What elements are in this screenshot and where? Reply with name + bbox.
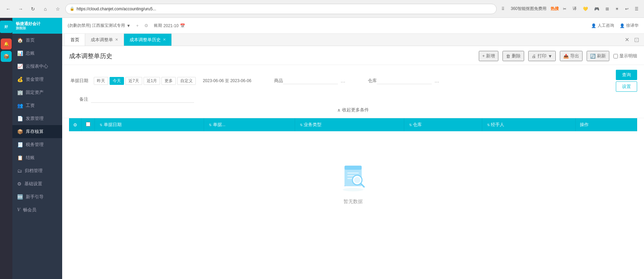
- sidebar-item-fund[interactable]: 💰 资金管理: [12, 73, 62, 86]
- sidebar-item-guide[interactable]: 🆕 新手引导: [12, 190, 62, 203]
- remark-input[interactable]: [91, 96, 194, 103]
- tab-cost-adjust-history-label: 成本调整单历史: [129, 37, 161, 43]
- sidebar-item-ledger[interactable]: 📊 总账: [12, 47, 62, 60]
- tab-cost-adjust-label: 成本调整单: [91, 37, 113, 43]
- undo-icon[interactable]: ↩: [623, 6, 631, 12]
- goods-input[interactable]: [283, 77, 338, 84]
- sidebar-item-invoice[interactable]: 📄 发票管理: [12, 112, 62, 125]
- sidebar-item-basic[interactable]: ⚙ 基础设置: [12, 177, 62, 190]
- settings-gear-icon[interactable]: ⚙: [144, 23, 148, 28]
- table-section: ⚙ ⇅ 单据日期 ⇅ 单据... ⇅: [62, 118, 644, 219]
- tab-home[interactable]: 首页: [65, 34, 85, 46]
- apps-icon[interactable]: ⊞: [603, 6, 611, 12]
- bookmark-button[interactable]: ☆: [53, 4, 63, 14]
- th-date[interactable]: ⇅ 单据日期: [95, 118, 204, 131]
- delete-button[interactable]: 🗑 删除: [502, 51, 524, 61]
- sidebar-item-close[interactable]: 📋 结账: [12, 151, 62, 164]
- show-cols-toggle[interactable]: 显示明细: [613, 53, 637, 59]
- refresh-button[interactable]: 🔄 刷新: [587, 51, 609, 61]
- icon-sidebar-active[interactable]: 📦: [1, 51, 12, 62]
- company-dropdown-icon: ▼: [126, 23, 131, 28]
- menu-icon[interactable]: ☰: [633, 6, 641, 12]
- warehouse-input[interactable]: [377, 77, 432, 84]
- th-actions-label: 操作: [580, 122, 589, 127]
- new-button[interactable]: + 新增: [479, 51, 498, 61]
- back-button[interactable]: ←: [3, 4, 13, 14]
- filter-row-date: 单据日期 昨天 今天 近7天 近1月 更多 自定义 2023-06-06 至 2…: [69, 70, 637, 92]
- th-warehouse[interactable]: ⇅ 仓库: [404, 118, 482, 131]
- th-handler[interactable]: ⇅ 经手人: [482, 118, 575, 131]
- scissors-icon[interactable]: ✂: [561, 6, 568, 12]
- icon-sidebar: 好 🔔 📦: [0, 18, 12, 279]
- table-header-row: ⚙ ⇅ 单据日期 ⇅ 单据... ⇅: [69, 118, 637, 131]
- panel-expand-button[interactable]: ⊡: [632, 36, 641, 44]
- query-button[interactable]: 查询: [616, 70, 637, 80]
- address-bar[interactable]: 🔒 https://cloud.chanjet.com/accounting/u…: [65, 4, 497, 14]
- date-btn-custom[interactable]: 自定义: [177, 77, 196, 85]
- show-cols-checkbox[interactable]: [613, 54, 618, 58]
- game-icon[interactable]: 🎮: [592, 6, 601, 12]
- top-right: 👤 人工咨询 👤 徐译华: [591, 23, 639, 29]
- reload-button[interactable]: ↻: [28, 4, 38, 14]
- sidebar-item-vip[interactable]: V 畅会员: [12, 203, 62, 216]
- date-btn-more[interactable]: 更多: [161, 77, 176, 85]
- translate-icon[interactable]: 译: [570, 5, 579, 12]
- sidebar-item-home[interactable]: 🏠 首页: [12, 34, 62, 47]
- salary-icon: 👥: [17, 103, 23, 108]
- th-biz-type[interactable]: ⇅ 业务类型: [295, 118, 404, 131]
- date-btn-today[interactable]: 今天: [110, 77, 124, 85]
- tab-cost-adjust-close[interactable]: ✕: [115, 37, 118, 42]
- sidebar-item-asset[interactable]: 🏢 固定资产: [12, 86, 62, 99]
- page-header: 成本调整单历史 + 新增 🗑 删除 🖨 打印 ▼ 📤 导出: [62, 46, 644, 65]
- user-avatar[interactable]: 👤 徐译华: [620, 23, 639, 29]
- sidebar-label-vip: 畅会员: [23, 207, 36, 213]
- empty-state: 暂无数据: [69, 131, 637, 219]
- sidebar-item-tax[interactable]: 🧾 税务管理: [12, 138, 62, 151]
- period-info: 账期 2021-10 📅: [154, 23, 185, 29]
- calendar-icon[interactable]: 📅: [180, 23, 185, 28]
- tab-cost-adjust[interactable]: 成本调整单 ✕: [85, 34, 124, 46]
- th-gear[interactable]: ⚙: [69, 118, 82, 131]
- avatar-icon: 👤: [620, 23, 625, 28]
- forward-button[interactable]: →: [16, 4, 25, 14]
- goods-dots[interactable]: ...: [341, 78, 345, 84]
- sidebar-item-archive[interactable]: 🗂 归档管理: [12, 164, 62, 177]
- right-action-buttons: 查询 设置: [616, 70, 637, 92]
- panel-close-button[interactable]: ✕: [622, 36, 632, 43]
- filter-settings-button[interactable]: 设置: [616, 81, 637, 92]
- sidebar-item-salary[interactable]: 👥 工资: [12, 99, 62, 112]
- home-button[interactable]: ⌂: [41, 4, 50, 14]
- date-btn-yesterday[interactable]: 昨天: [94, 77, 108, 85]
- select-all-checkbox[interactable]: [86, 122, 90, 126]
- ledger-icon: 📊: [17, 51, 23, 56]
- export-button[interactable]: 📤 导出: [560, 51, 583, 61]
- print-button[interactable]: 🖨 打印 ▼: [528, 51, 556, 61]
- brightness-icon[interactable]: ☀: [613, 6, 621, 12]
- extensions-button[interactable]: ⠿: [499, 6, 507, 12]
- user-service[interactable]: 👤 人工咨询: [591, 23, 614, 29]
- sidebar-label-asset: 固定资产: [26, 89, 44, 96]
- warehouse-dots[interactable]: ...: [434, 78, 439, 84]
- date-btn-1month[interactable]: 近1月: [144, 77, 160, 85]
- company-selector[interactable]: (勿删勿禁用) 江西服宝测试专用 ▼: [68, 23, 131, 29]
- collapse-button[interactable]: ∧ 收起更多条件: [69, 107, 637, 113]
- remark-label: 备注: [69, 96, 88, 102]
- date-btn-7days[interactable]: 近7天: [125, 77, 142, 85]
- add-company-button[interactable]: +: [136, 23, 139, 28]
- th-doc-no[interactable]: ⇅ 单据...: [204, 118, 295, 131]
- sidebar-item-inventory[interactable]: 📦 库存核算: [12, 125, 62, 138]
- tab-cost-adjust-history-close[interactable]: ✕: [163, 37, 166, 42]
- page-tabs: 首页 成本调整单 ✕ 成本调整单历史 ✕ ✕ ⊡: [62, 34, 644, 46]
- tab-cost-adjust-history[interactable]: 成本调整单历史 ✕: [124, 34, 172, 46]
- th-checkbox[interactable]: [82, 118, 95, 131]
- svg-rect-2: [344, 166, 362, 170]
- sidebar-label-guide: 新手引导: [26, 194, 44, 200]
- sidebar-item-report[interactable]: 📈 云报表中心: [12, 60, 62, 73]
- wallet-icon[interactable]: 💛: [581, 6, 590, 12]
- icon-sidebar-notify[interactable]: 🔔: [1, 38, 12, 49]
- browser-bar: ← → ↻ ⌂ ☆ 🔒 https://cloud.chanjet.com/ac…: [0, 0, 644, 18]
- sidebar-label-salary: 工资: [26, 102, 35, 109]
- sidebar-label-ledger: 总账: [26, 50, 35, 56]
- user-name: 徐译华: [626, 23, 639, 29]
- period-value: 2021-10: [163, 23, 179, 28]
